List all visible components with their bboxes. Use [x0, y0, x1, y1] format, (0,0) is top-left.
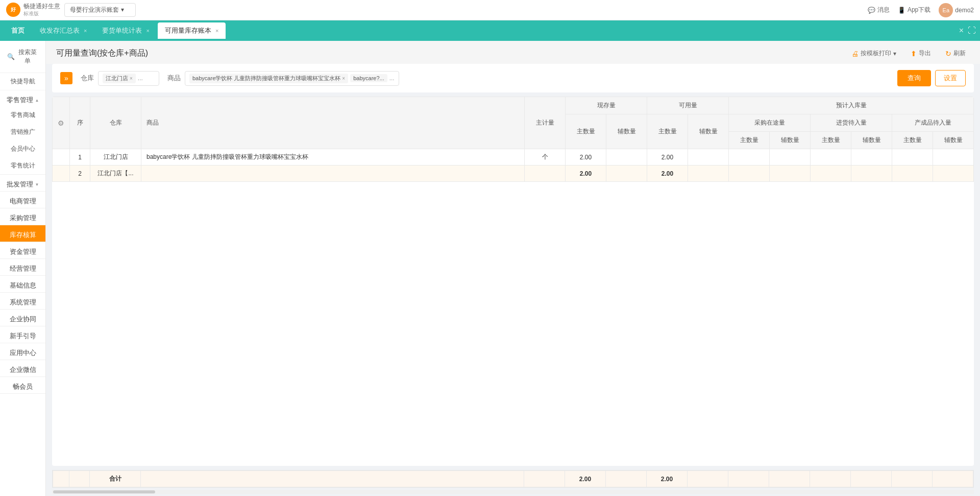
message-btn[interactable]: 💬 消息 — [868, 6, 890, 14]
username-label: demo2 — [955, 7, 974, 14]
footer-available-main-cell: 2.00 — [647, 471, 688, 487]
message-label: 消息 — [877, 6, 890, 14]
production-main-header: 主数量 — [892, 132, 933, 149]
row1-production-main — [892, 149, 933, 166]
expand-btn[interactable]: » — [60, 72, 72, 84]
filter-buttons: 查询 设置 — [897, 70, 966, 86]
row1-warehouse: 江北门店 — [90, 149, 141, 166]
refresh-label: 刷新 — [953, 49, 966, 58]
industry-selector[interactable]: 母婴行业演示账套 ▾ — [64, 3, 136, 17]
sidebar-item-operations[interactable]: 经营管理 — [0, 259, 45, 275]
sidebar-item-appstore[interactable]: 应用中心 — [0, 343, 45, 360]
sidebar-group-retail: 零售管理 零售商城 营销推广 会员中心 零售统计 — [0, 90, 45, 175]
footer-p1-cell — [728, 471, 769, 487]
row1-purchase-transit-main — [729, 149, 770, 166]
sidebar-item-enterprise[interactable]: 企业协同 — [0, 310, 45, 326]
sidebar-item-retail-stats[interactable]: 零售统计 — [0, 157, 45, 174]
footer-p4-cell — [851, 471, 892, 487]
row2-stock-main: 2.00 — [566, 166, 606, 182]
sidebar-group-operations: 经营管理 — [0, 259, 45, 276]
horizontal-scrollbar[interactable] — [52, 490, 974, 494]
tab-requisition[interactable]: 要货单统计表 × — [95, 22, 156, 39]
print-btn[interactable]: 🖨 按模板打印 ▾ — [847, 47, 900, 60]
sidebar-group-ecommerce: 电商管理 — [0, 192, 45, 208]
tab-available-label: 可用量库存账本 — [165, 26, 211, 35]
warehouse-more-icon[interactable]: ... — [138, 75, 143, 82]
row2-no: 2 — [70, 166, 90, 182]
sidebar-group-finance: 资金管理 — [0, 242, 45, 259]
sidebar-item-wechat[interactable]: 企业微信 — [0, 360, 45, 376]
sidebar-item-inventory[interactable]: 库存核算 — [0, 225, 45, 242]
warehouse-tag-text: 江北门店 — [106, 75, 128, 82]
warehouse-tag-remove[interactable]: × — [130, 76, 133, 81]
industry-label: 母婴行业演示账套 — [70, 6, 119, 14]
warehouse-input[interactable]: 江北门店 × ... — [98, 71, 159, 86]
app-download-btn[interactable]: 📱 App下载 — [898, 6, 930, 14]
sidebar-item-retail-mall[interactable]: 零售商城 — [0, 107, 45, 124]
scroll-thumb[interactable] — [53, 490, 155, 493]
user-area[interactable]: Ea demo2 — [939, 3, 974, 17]
export-btn[interactable]: ⬆ 导出 — [906, 47, 935, 60]
tab-receivables-close[interactable]: × — [84, 28, 87, 34]
sidebar-item-quick-nav[interactable]: 快捷导航 — [0, 73, 45, 90]
stock-aux-header: 辅数量 — [606, 114, 647, 149]
query-button[interactable]: 查询 — [897, 70, 931, 86]
separator — [46, 466, 980, 470]
sidebar-group-inventory: 库存核算 — [0, 225, 45, 242]
tab-home[interactable]: 首页 — [4, 22, 32, 39]
page-actions: 🖨 按模板打印 ▾ ⬆ 导出 ↻ 刷新 — [847, 47, 970, 60]
settings-gear-icon[interactable]: ⚙ — [58, 119, 64, 127]
table-row: 1 江北门店 babycare学饮杯 儿童防摔防撞吸管杯重力球吸嘴杯宝宝水杯 个… — [53, 149, 974, 166]
row2-purchase-transit-aux — [770, 166, 811, 182]
row2-product — [141, 166, 525, 182]
product-tag1-remove[interactable]: × — [342, 76, 345, 81]
tab-available-close[interactable]: × — [215, 28, 218, 34]
app-download-label: App下载 — [908, 6, 930, 14]
logo-sub: 标准版 — [23, 10, 60, 17]
sidebar-item-ecommerce[interactable]: 电商管理 — [0, 192, 45, 208]
close-window-icon[interactable]: × — [959, 26, 964, 35]
row2-unit — [525, 166, 566, 182]
incoming-group-header: 进货待入量 — [811, 114, 892, 132]
sidebar-item-wholesale[interactable]: 批发管理 — [0, 175, 45, 191]
avatar: Ea — [939, 3, 953, 17]
warehouse-col-header: 仓库 — [90, 97, 141, 149]
sidebar-item-retail[interactable]: 零售管理 — [0, 90, 45, 107]
row1-no: 1 — [70, 149, 90, 166]
table-footer: 合计 2.00 2.00 — [52, 470, 974, 488]
incoming-aux-header: 辅数量 — [851, 132, 892, 149]
search-menu-btn[interactable]: 🔍 搜索菜单 — [4, 45, 41, 68]
row2-production-main — [892, 166, 933, 182]
sidebar-item-member[interactable]: 会员中心 — [0, 140, 45, 157]
chevron-down-icon: ▾ — [121, 6, 124, 13]
maximize-icon[interactable]: ⛶ — [968, 26, 976, 35]
search-menu-label: 搜索菜单 — [17, 48, 38, 65]
row1-production-aux — [933, 149, 974, 166]
sidebar-item-finance[interactable]: 资金管理 — [0, 242, 45, 258]
incoming-main-header: 主数量 — [811, 132, 851, 149]
sidebar-item-purchase[interactable]: 采购管理 — [0, 208, 45, 225]
footer-unit-cell — [524, 471, 565, 487]
product-more-icon[interactable]: ... — [389, 75, 395, 82]
content-area: 可用量查询(按仓库+商品) 🖨 按模板打印 ▾ ⬆ 导出 ↻ 刷新 — [46, 41, 980, 496]
set-button[interactable]: 设置 — [935, 70, 966, 86]
tab-available[interactable]: 可用量库存账本 × — [158, 22, 226, 39]
sidebar-search-area: 🔍 搜索菜单 — [0, 41, 45, 73]
footer-p2-cell — [769, 471, 810, 487]
expand-icon: » — [64, 74, 68, 82]
footer-table: 合计 2.00 2.00 — [53, 470, 973, 487]
refresh-btn[interactable]: ↻ 刷新 — [941, 47, 970, 60]
tab-receivables[interactable]: 收发存汇总表 × — [33, 22, 94, 39]
warehouse-label: 仓库 — [81, 74, 94, 83]
product-input[interactable]: babycare学饮杯 儿童防摔防撞吸管杯重力球吸嘴杯宝宝水杯 × babyca… — [185, 71, 399, 86]
settings-col-header[interactable]: ⚙ — [53, 97, 70, 149]
page-header: 可用量查询(按仓库+商品) 🖨 按模板打印 ▾ ⬆ 导出 ↻ 刷新 — [46, 41, 980, 64]
sidebar-item-marketing[interactable]: 营销推广 — [0, 124, 45, 140]
print-label: 按模板打印 — [861, 49, 891, 58]
sidebar-item-vip[interactable]: 畅会员 — [0, 377, 45, 393]
sidebar-item-basic[interactable]: 基础信息 — [0, 276, 45, 292]
sidebar-item-guide[interactable]: 新手引导 — [0, 326, 45, 343]
sidebar: 🔍 搜索菜单 快捷导航 零售管理 零售商城 营销推广 会员中心 零售统计 — [0, 41, 46, 496]
sidebar-item-system[interactable]: 系统管理 — [0, 293, 45, 309]
tab-requisition-close[interactable]: × — [146, 28, 149, 34]
